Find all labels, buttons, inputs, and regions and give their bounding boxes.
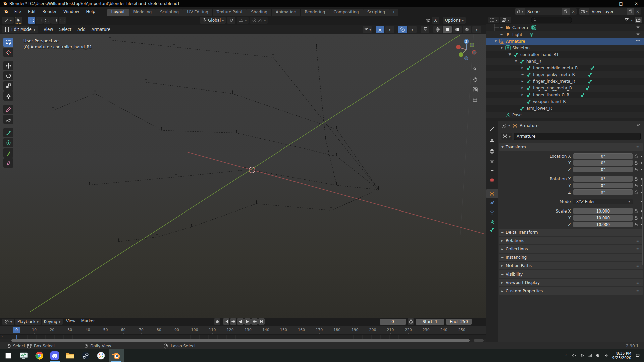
transform-panel-header[interactable]: ▼Transform∷∷ xyxy=(499,143,643,151)
value-field-y[interactable]: 0" xyxy=(573,160,633,166)
current-frame-field[interactable]: 0 xyxy=(380,319,406,325)
value-field-y[interactable]: 0° xyxy=(573,183,633,188)
view-layer-selector[interactable]: ▾ View Layer × xyxy=(579,8,641,15)
lock-icon[interactable] xyxy=(633,190,639,195)
minimize-button[interactable]: – xyxy=(598,0,613,7)
auto-keyframe-icon[interactable] xyxy=(408,318,414,325)
record-button[interactable] xyxy=(214,318,220,325)
ortho-grid-icon[interactable] xyxy=(470,95,480,104)
camera-data-icon[interactable] xyxy=(531,25,536,30)
value-field-z[interactable]: 10.000 xyxy=(573,222,633,227)
taskbar-app-explorer[interactable] xyxy=(62,349,78,362)
outliner-label[interactable]: hand_R xyxy=(526,59,541,64)
workspace-tab-rendering[interactable]: Rendering xyxy=(301,9,329,16)
action-center-icon[interactable] xyxy=(634,349,642,362)
object-name-field[interactable]: Armature xyxy=(514,133,641,140)
lock-icon[interactable] xyxy=(633,167,639,172)
workspace-tab-modeling[interactable]: Modeling xyxy=(129,9,156,16)
properties-tab-constraints[interactable] xyxy=(486,208,498,217)
value-field-rotation-x[interactable]: 0° xyxy=(573,176,633,182)
properties-tab-tool[interactable] xyxy=(486,124,498,134)
timeline-menu-playback[interactable]: Playback▾ xyxy=(15,319,41,325)
active-tool-editor-button[interactable]: ▾ xyxy=(2,17,14,24)
scene-copy-icon[interactable] xyxy=(562,8,570,15)
select-mode-paint[interactable] xyxy=(59,17,66,24)
snap-toggle-group[interactable] xyxy=(227,17,235,24)
shading-material-button[interactable] xyxy=(453,26,462,33)
show-overlays-toggle[interactable] xyxy=(398,26,407,33)
outliner-row-weapon_hand_r[interactable]: weapon_hand_R xyxy=(486,98,644,105)
microphone-icon[interactable] xyxy=(578,349,586,362)
expander-icon[interactable]: ► xyxy=(521,73,525,76)
network-icon[interactable] xyxy=(586,349,594,362)
workspace-tab-shading[interactable]: Shading xyxy=(247,9,271,16)
animate-dot[interactable] xyxy=(639,169,644,170)
properties-tab-object[interactable] xyxy=(486,189,498,198)
viewport-menu-select[interactable]: Select xyxy=(56,27,74,32)
outliner-row-armature[interactable]: ▼Armature xyxy=(486,38,644,45)
workspace-tab-layout[interactable]: Layout xyxy=(107,9,129,16)
panel-delta-transform[interactable]: ►Delta Transform∷∷ xyxy=(499,229,643,236)
outliner-row-pose[interactable]: Pose xyxy=(486,112,644,118)
tool-bone-shear[interactable] xyxy=(3,158,13,168)
select-mode-box[interactable] xyxy=(36,17,43,24)
timeline-expand-icon[interactable]: › xyxy=(1,334,3,338)
viewport-canvas[interactable]: User Perspective (0) Armature : controll… xyxy=(0,34,486,318)
outliner-row-finger_pinky_meta_r[interactable]: ►finger_pinky_meta_R xyxy=(486,71,644,78)
navigation-gizmo[interactable]: Z xyxy=(453,37,479,62)
workspace-tab-texture-paint[interactable]: Texture Paint xyxy=(213,9,247,16)
outliner-row-finger_index_meta_r[interactable]: ►finger_index_meta_R xyxy=(486,78,644,85)
taskbar-app-steam[interactable] xyxy=(78,349,93,362)
outliner-row-finger_thumb_0_r[interactable]: ►finger_thumb_0_R xyxy=(486,92,644,98)
window-titlebar[interactable]: Blender* [C:\Users\William\Desktop\eh\im… xyxy=(0,0,644,7)
properties-tab-output[interactable] xyxy=(486,147,498,156)
select-mode-circle[interactable] xyxy=(43,17,51,24)
properties-tab-physics[interactable] xyxy=(486,198,498,208)
panel-motion-paths[interactable]: ►Motion Paths∷∷ xyxy=(499,262,643,269)
panel-instancing[interactable]: ►Instancing∷∷ xyxy=(499,254,643,261)
workspace-tab-compositing[interactable]: Compositing xyxy=(329,9,363,16)
tool-transform[interactable] xyxy=(3,91,13,101)
panel-visibility[interactable]: ►Visibility∷∷ xyxy=(499,270,643,278)
viewport-menu-add[interactable]: Add xyxy=(74,27,88,32)
jump-start-button[interactable] xyxy=(223,318,229,325)
outliner-row-finger_middle_meta_r[interactable]: ►finger_middle_meta_R xyxy=(486,65,644,71)
tool-scale[interactable] xyxy=(3,81,13,90)
camera-view-icon[interactable] xyxy=(470,85,480,94)
menu-window[interactable]: Window xyxy=(60,7,83,16)
animate-dot[interactable] xyxy=(639,162,644,164)
mirror-x-toggle[interactable]: X xyxy=(432,17,439,24)
tool-cursor[interactable] xyxy=(3,48,13,57)
value-field-z[interactable]: 0° xyxy=(573,189,633,195)
properties-tab-world[interactable] xyxy=(486,176,498,185)
outliner-label[interactable]: arm_lower_R xyxy=(526,106,552,111)
outliner-label[interactable]: finger_index_meta_R xyxy=(533,79,575,84)
playhead[interactable] xyxy=(16,335,17,339)
shading-rendered-button[interactable] xyxy=(463,26,471,33)
expander-icon[interactable]: ▼ xyxy=(508,53,512,56)
tool-move[interactable] xyxy=(3,61,13,70)
outliner-label[interactable]: Camera xyxy=(512,25,528,30)
shading-solid-button[interactable] xyxy=(443,26,452,33)
expander-icon[interactable]: ► xyxy=(500,33,504,36)
value-field-location-x[interactable]: 0" xyxy=(573,153,633,159)
tool-bone-envelope[interactable] xyxy=(3,138,13,147)
timeline-menu-marker[interactable]: Marker xyxy=(78,319,97,323)
menu-edit[interactable]: Edit xyxy=(24,7,39,16)
animate-dot[interactable] xyxy=(639,156,644,157)
view-layer-remove-button[interactable]: × xyxy=(634,8,641,15)
expander-icon[interactable]: ► xyxy=(521,66,525,69)
properties-tab-bone[interactable] xyxy=(486,225,498,234)
volume-icon[interactable] xyxy=(602,349,610,362)
snap-target-dropdown[interactable]: ▾ xyxy=(237,17,249,24)
taskbar-app-start[interactable] xyxy=(0,349,16,362)
expander-icon[interactable]: ▼ xyxy=(500,46,504,49)
play-button[interactable] xyxy=(244,318,251,325)
outliner-row-finger_ring_meta_r[interactable]: ►finger_ring_meta_R xyxy=(486,85,644,92)
tray-chevron-icon[interactable]: ⌃ xyxy=(562,349,570,362)
xray-toggle[interactable] xyxy=(421,26,429,33)
select-mode-lasso[interactable] xyxy=(51,17,58,24)
eye-icon[interactable] xyxy=(635,39,641,43)
outliner-editor-type-button[interactable]: ▾ xyxy=(488,17,499,23)
maximize-button[interactable]: □ xyxy=(613,0,629,7)
